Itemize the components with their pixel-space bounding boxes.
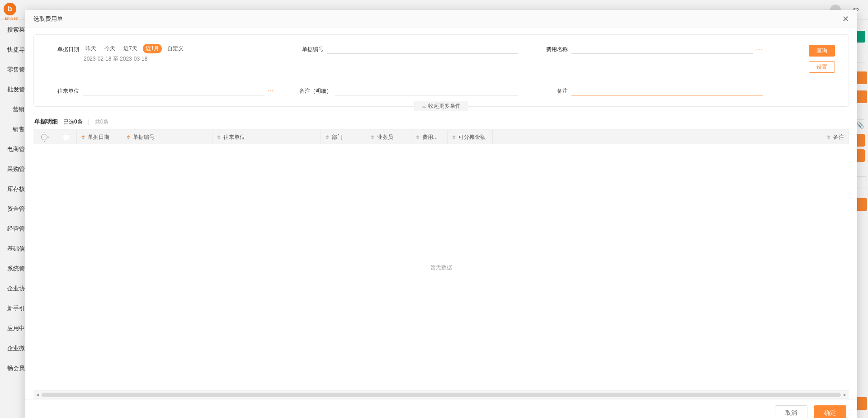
filter-doc-no: 单据编号 <box>292 44 519 54</box>
sort-icon <box>326 134 330 140</box>
fee-name-more-icon[interactable]: ⋯ <box>756 46 763 54</box>
query-button[interactable]: 查询 <box>809 45 835 57</box>
col-dept[interactable]: 部门 <box>321 130 366 144</box>
confirm-button[interactable]: 确定 <box>814 405 846 418</box>
selected-count: 已选0条 <box>63 118 83 126</box>
filter-remark: 备注 <box>536 86 763 95</box>
sort-icon <box>827 134 831 140</box>
sort-icon <box>217 134 222 140</box>
filter-doc-no-label: 单据编号 <box>292 44 324 53</box>
sort-icon <box>416 134 420 140</box>
fee-name-input[interactable] <box>571 44 753 54</box>
filter-fee-name: 费用名称 ⋯ <box>536 44 763 54</box>
sort-icon <box>127 134 131 140</box>
date-chip-7days[interactable]: 近7天 <box>121 44 140 53</box>
filter-date: 单据日期 昨天 今天 近7天 近1月 自定义 2023-02-18 至 2023… <box>47 44 274 63</box>
modal-overlay: 选取费用单 ✕ 单据日期 昨天 今天 近7天 近1月 <box>0 0 868 418</box>
horizontal-scrollbar[interactable]: ◄ ► <box>33 390 849 399</box>
col-party[interactable]: 往来单位 <box>212 130 321 144</box>
filter-date-label: 单据日期 <box>47 44 79 53</box>
empty-state: 暂无数据 <box>33 144 849 390</box>
remark-detail-input[interactable] <box>335 86 519 95</box>
collapse-label: 收起更多条件 <box>428 102 461 110</box>
filter-remark-label: 备注 <box>536 86 568 95</box>
date-range-chips: 昨天 今天 近7天 近1月 自定义 <box>83 44 274 53</box>
column-settings-button[interactable] <box>33 130 55 144</box>
settings-button[interactable]: 设置 <box>809 61 835 73</box>
gear-icon <box>41 134 47 140</box>
collapse-filters-button[interactable]: ︽ 收起更多条件 <box>414 101 468 111</box>
filter-fee-name-label: 费用名称 <box>536 44 568 53</box>
list-header: 单据明细 已选0条 | 共0条 <box>34 118 848 126</box>
modal-body: 单据日期 昨天 今天 近7天 近1月 自定义 2023-02-18 至 2023… <box>25 28 857 399</box>
table-header: 单据日期 单据编号 往来单位 部门 业务员 费用... 可分摊金额 备注 <box>33 130 849 144</box>
date-chip-1month[interactable]: 近1月 <box>143 44 162 53</box>
filter-remark-detail-label: 备注（明细） <box>292 86 332 95</box>
scroll-left-icon[interactable]: ◄ <box>34 392 41 397</box>
table: 单据日期 单据编号 往来单位 部门 业务员 费用... 可分摊金额 备注 暂无数… <box>33 129 849 399</box>
scroll-track[interactable] <box>42 393 841 397</box>
party-more-icon[interactable]: ⋯ <box>267 87 274 95</box>
col-fee[interactable]: 费用... <box>411 130 448 144</box>
date-chip-custom[interactable]: 自定义 <box>165 44 186 53</box>
date-chip-today[interactable]: 今天 <box>102 44 118 53</box>
remark-input[interactable] <box>571 86 763 95</box>
cancel-button[interactable]: 取消 <box>775 405 807 418</box>
col-operator[interactable]: 业务员 <box>366 130 411 144</box>
filter-card: 单据日期 昨天 今天 近7天 近1月 自定义 2023-02-18 至 2023… <box>33 34 849 107</box>
sort-icon <box>452 134 457 140</box>
modal-header: 选取费用单 ✕ <box>25 10 857 28</box>
filter-party-label: 往来单位 <box>47 86 79 95</box>
list-title: 单据明细 <box>34 118 58 126</box>
close-icon[interactable]: ✕ <box>840 14 851 24</box>
total-count: 共0条 <box>95 118 109 126</box>
modal-title: 选取费用单 <box>33 15 63 23</box>
scroll-right-icon[interactable]: ► <box>842 392 848 397</box>
modal-footer: 取消 确定 <box>25 399 857 418</box>
col-doc-no[interactable]: 单据编号 <box>122 130 212 144</box>
filter-remark-detail: 备注（明细） <box>292 86 519 95</box>
filter-actions: 查询 设置 <box>781 44 835 73</box>
filter-party: 往来单位 ⋯ <box>47 86 274 95</box>
sort-icon <box>81 134 86 140</box>
sort-icon <box>371 134 375 140</box>
col-alloc-amount[interactable]: 可分摊金额 <box>448 130 493 144</box>
date-chip-yesterday[interactable]: 昨天 <box>83 44 99 53</box>
doc-no-input[interactable] <box>327 44 519 54</box>
chevron-up-icon: ︽ <box>422 103 426 109</box>
select-fee-modal: 选取费用单 ✕ 单据日期 昨天 今天 近7天 近1月 <box>25 10 857 418</box>
select-all-checkbox[interactable] <box>55 130 77 144</box>
date-range-text: 2023-02-18 至 2023-03-18 <box>83 55 274 63</box>
scroll-thumb[interactable] <box>42 393 841 397</box>
party-input[interactable] <box>83 86 264 95</box>
col-date[interactable]: 单据日期 <box>77 130 122 144</box>
col-remark[interactable]: 备注 <box>493 130 849 144</box>
checkbox-icon <box>63 134 69 140</box>
